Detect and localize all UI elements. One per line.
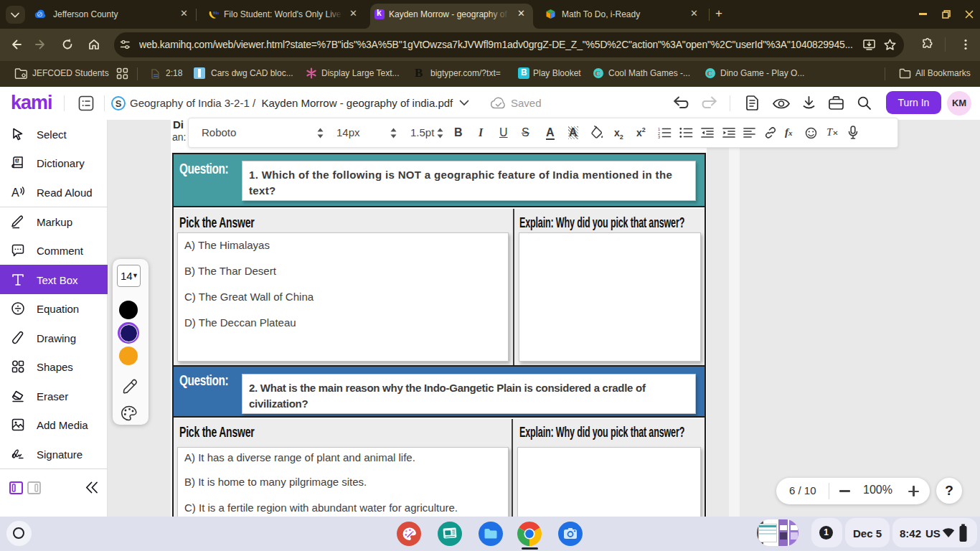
- svg-text:Az: Az: [16, 159, 20, 163]
- svg-text:3: 3: [658, 135, 660, 138]
- svg-text:C: C: [595, 69, 601, 77]
- svg-text:filo: filo: [213, 11, 219, 15]
- svg-text:A: A: [11, 187, 19, 199]
- svg-text:C: C: [707, 69, 713, 77]
